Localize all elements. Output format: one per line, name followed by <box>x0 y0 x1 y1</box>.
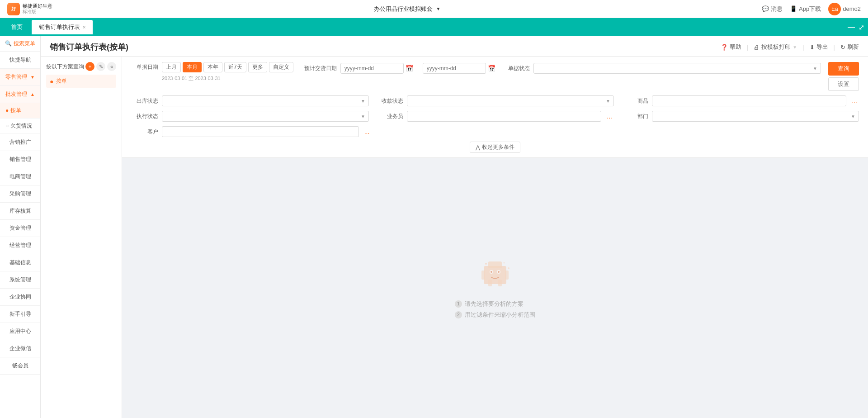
empty-state: 1 请先选择要分析的方案 2 用过滤条件来缩小分析范围 <box>122 158 868 418</box>
tab-minimize-btn[interactable]: — <box>848 23 855 31</box>
sidebar-item-system[interactable]: 系统管理 <box>0 271 40 289</box>
sidebar-item-member[interactable]: 畅会员 <box>0 357 40 375</box>
customer-input[interactable] <box>162 126 359 137</box>
tab-home[interactable]: 首页 <box>4 20 30 34</box>
left-filter-header: 按以下方案查询 + ✎ « <box>46 62 116 71</box>
empty-illustration <box>477 255 513 291</box>
sidebar-quicknav[interactable]: 快捷导航 <box>0 52 40 69</box>
receipt-status-cell: 收款状态 ▼ <box>376 95 614 106</box>
message-btn[interactable]: 💬 消息 <box>762 5 783 13</box>
workspace-dropdown-icon: ▼ <box>436 6 441 11</box>
empty-tip-2: 2 用过滤条件来缩小分析范围 <box>455 311 535 319</box>
delivery-status-cell: 出库状态 ▼ <box>131 95 369 106</box>
print-dropdown-icon: ▼ <box>793 45 797 50</box>
sidebar-item-newbie[interactable]: 新手引导 <box>0 306 40 323</box>
add-plan-btn[interactable]: + <box>85 62 94 71</box>
delivery-status-select[interactable] <box>162 95 369 106</box>
collapse-row: ⋀ 收起更多条件 <box>122 137 868 157</box>
right-content: 单据日期 上月 本月 本年 近7天 更多 自定义 <box>122 57 868 418</box>
settings-button[interactable]: 设置 <box>828 77 859 91</box>
sidebar-item-purchase[interactable]: 采购管理 <box>0 185 40 203</box>
empty-tip-1: 1 请先选择要分析的方案 <box>455 300 535 308</box>
customer-picker-btn[interactable]: ... <box>363 128 372 135</box>
sidebar-subitem-by-order[interactable]: ● 按单 <box>0 103 40 119</box>
dept-select[interactable] <box>652 111 859 122</box>
expected-date-range: 📅 — 📅 <box>340 63 495 74</box>
sidebar-subitem-shortage[interactable]: ○ 欠货情况 <box>0 119 40 134</box>
svg-point-10 <box>485 263 487 265</box>
sidebar-item-wechat[interactable]: 企业微信 <box>0 340 40 357</box>
goods-input[interactable] <box>652 95 846 106</box>
tab-close-icon[interactable]: × <box>83 24 85 30</box>
date-buttons: 上月 本月 本年 近7天 更多 自定义 <box>162 62 293 72</box>
query-button[interactable]: 查询 <box>828 62 859 76</box>
workspace-selector[interactable]: 办公用品行业模拟账套 ▼ <box>374 5 441 13</box>
dept-cell: 部门 ▼ <box>621 111 859 122</box>
sidebar-item-appcenter[interactable]: 应用中心 <box>0 323 40 340</box>
salesperson-picker-btn[interactable]: ... <box>605 113 614 120</box>
export-icon: ⬇ <box>810 44 815 51</box>
calendar-end-icon[interactable]: 📅 <box>488 65 495 72</box>
message-icon: 💬 <box>762 5 769 12</box>
main-layout: 🔍 搜索菜单 快捷导航 零售管理 ▼ 批发管理 ▲ ● 按单 ○ 欠货情况 营销… <box>0 36 868 418</box>
date-btn-this-year[interactable]: 本年 <box>203 62 222 72</box>
app-download-btn[interactable]: 📱 App下载 <box>790 5 821 13</box>
help-icon: ❓ <box>721 44 728 51</box>
dept-label: 部门 <box>621 113 648 120</box>
svg-rect-2 <box>481 271 485 280</box>
date-btn-7days[interactable]: 近7天 <box>224 62 246 72</box>
svg-rect-4 <box>488 280 492 286</box>
collapse-conditions-btn[interactable]: ⋀ 收起更多条件 <box>470 142 520 153</box>
dept-select-wrapper: ▼ <box>652 111 859 122</box>
help-btn[interactable]: ❓ 帮助 <box>721 43 741 51</box>
expand-icon-wholesale: ▲ <box>30 92 35 97</box>
tab-maximize-btn[interactable]: ⤢ <box>859 23 864 32</box>
sidebar-item-operations[interactable]: 经营管理 <box>0 237 40 254</box>
expected-date-end[interactable] <box>423 63 486 74</box>
logo-area: 好 畅捷通好生意 标准版 <box>7 3 52 15</box>
date-label: 单据日期 <box>131 63 158 71</box>
collapse-panel-btn[interactable]: « <box>107 62 116 71</box>
sidebar-item-retail[interactable]: 零售管理 ▼ <box>0 69 40 86</box>
collapse-icon: ⋀ <box>476 144 480 151</box>
svg-rect-5 <box>498 280 502 286</box>
exec-status-label: 执行状态 <box>131 113 158 120</box>
search-icon: 🔍 <box>5 40 12 47</box>
date-btn-last-month[interactable]: 上月 <box>162 62 181 72</box>
tab-sales-execution[interactable]: 销售订单执行表 × <box>32 20 93 34</box>
sidebar-item-sales[interactable]: 销售管理 <box>0 151 40 168</box>
exec-select-wrapper: ▼ <box>162 111 369 122</box>
main-body: 按以下方案查询 + ✎ « ● 按单 <box>41 57 868 418</box>
user-avatar-btn[interactable]: Ea demo2 <box>828 3 861 15</box>
sidebar-item-wholesale[interactable]: 批发管理 ▲ <box>0 86 40 103</box>
expected-date-start[interactable] <box>340 63 404 74</box>
sidebar-item-marketing[interactable]: 营销推广 <box>0 134 40 151</box>
exec-status-select[interactable] <box>162 111 369 122</box>
calendar-start-icon[interactable]: 📅 <box>406 65 413 72</box>
date-btn-more[interactable]: 更多 <box>248 62 267 72</box>
svg-rect-0 <box>484 266 506 284</box>
edit-plan-btn[interactable]: ✎ <box>96 62 105 71</box>
sidebar-item-ecommerce[interactable]: 电商管理 <box>0 168 40 185</box>
download-icon: 📱 <box>790 5 797 12</box>
filter-plan-by-order[interactable]: ● 按单 <box>46 75 116 88</box>
receipt-status-select[interactable] <box>407 95 614 106</box>
goods-picker-btn[interactable]: ... <box>850 97 859 104</box>
date-btn-this-month[interactable]: 本月 <box>183 62 202 72</box>
sidebar-search[interactable]: 🔍 搜索菜单 <box>0 36 40 52</box>
sidebar: 🔍 搜索菜单 快捷导航 零售管理 ▼ 批发管理 ▲ ● 按单 ○ 欠货情况 营销… <box>0 36 41 418</box>
refresh-btn[interactable]: ↻ 刷新 <box>840 43 859 51</box>
print-btn[interactable]: 🖨 按模板打印 ▼ <box>754 43 797 51</box>
customer-cell: 客户 ... <box>131 126 371 137</box>
content-area: 销售订单执行表(按单) ❓ 帮助 | 🖨 按模板打印 ▼ | ⬇ 导出 | <box>41 36 868 418</box>
sidebar-item-inventory[interactable]: 库存核算 <box>0 203 40 220</box>
delivery-select-wrapper: ▼ <box>162 95 369 106</box>
salesperson-input[interactable] <box>407 111 601 122</box>
date-btn-custom[interactable]: 自定义 <box>269 62 293 72</box>
status-select[interactable] <box>533 63 821 74</box>
export-btn[interactable]: ⬇ 导出 <box>810 43 828 51</box>
sidebar-item-enterprise[interactable]: 企业协同 <box>0 289 40 306</box>
sidebar-item-basics[interactable]: 基础信息 <box>0 254 40 271</box>
sidebar-item-finance[interactable]: 资金管理 <box>0 220 40 237</box>
receipt-status-label: 收款状态 <box>376 97 403 105</box>
